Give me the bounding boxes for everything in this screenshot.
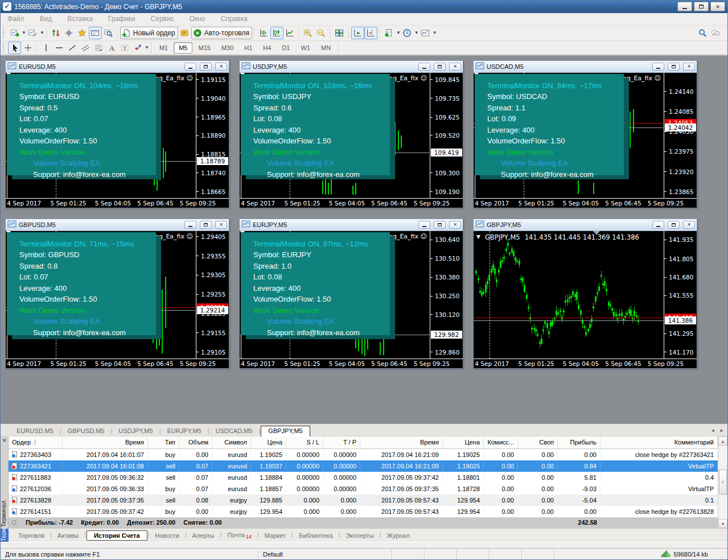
time-axis[interactable]: 4 Sep 20175 Sep 01:255 Sep 04:055 Sep 06… [6, 359, 229, 368]
chart-window-titlebar[interactable]: USDJPY,M5 ✕ [240, 61, 463, 73]
menu-item-вид[interactable]: Вид [40, 15, 52, 23]
history-table-header[interactable]: Ордер/ВремяТипОбъемСимволЦенаS / LT / PВ… [9, 437, 718, 448]
chart-minimize-button[interactable] [418, 63, 430, 71]
terminal-tab-10[interactable]: Журнал [382, 531, 415, 540]
chart-window-titlebar[interactable]: EURJPY,M5 ✕ [240, 219, 463, 231]
templates-dropdown-icon[interactable]: ▼ [433, 30, 437, 35]
chart-area[interactable]: TerminalMonitor ON, 71ms, ~15ms Symbol: … [6, 231, 229, 368]
history-row-227363403[interactable]: 2273634032017.09.04 16:01:07buy0.00eurus… [9, 449, 718, 460]
chart-restore-button[interactable] [434, 221, 446, 229]
terminal-close-icon[interactable]: ✕ [2, 438, 7, 443]
restore-button[interactable] [694, 2, 709, 11]
chart-restore-button[interactable] [200, 63, 212, 71]
timeframe-w1[interactable]: W1 [295, 42, 315, 53]
menu-item-вставка[interactable]: Вставка [67, 15, 93, 23]
chart-window-gbpjpy[interactable]: GBPJPY,M5 ✕ ▼ GBPJPY,M5 141.435 141.445 … [473, 219, 697, 369]
data-window-button[interactable] [63, 27, 76, 39]
history-row-227614151[interactable]: 2276141512017.09.05 09:37:42buy0.00eurjp… [9, 506, 718, 517]
time-axis[interactable]: 4 Sep 20175 Sep 01:255 Sep 04:055 Sep 06… [474, 198, 697, 208]
fibonacci-button[interactable]: F [92, 42, 105, 54]
chart-window-titlebar[interactable]: GBPJPY,M5 ✕ [474, 219, 697, 231]
tabs-scroll-right-icon[interactable]: ► [719, 428, 724, 433]
chart-area[interactable]: TerminalMonitor ON, 103ms, ~16ms Symbol:… [240, 73, 463, 208]
trendline-button[interactable] [65, 42, 79, 54]
menu-item-справка[interactable]: Справка [221, 15, 248, 23]
navigator-button[interactable] [76, 27, 89, 39]
chart-restore-button[interactable] [668, 63, 680, 71]
price-axis[interactable]: 1.294051.293551.293051.292551.292051.291… [196, 231, 229, 359]
chart-restore-button[interactable] [200, 221, 212, 229]
chart-window-titlebar[interactable]: USDCAD,M5 ✕ [474, 61, 697, 73]
toolbar-drag-handle[interactable] [3, 43, 6, 53]
scroll-up-icon[interactable]: ▲ [718, 437, 727, 446]
vertical-line-button[interactable] [39, 42, 52, 54]
column-header-4[interactable]: Символ [212, 437, 251, 448]
chart-area[interactable]: ▼ GBPJPY,M5 141.435 141.445 141.369 141.… [474, 231, 697, 368]
profiles-dropdown-icon[interactable]: ▼ [40, 30, 44, 35]
chat-button[interactable] [709, 27, 722, 39]
chart-plot[interactable]: TerminalMonitor ON, 87ms, ~12ms Symbol: … [240, 231, 429, 359]
timeframe-h1[interactable]: H1 [239, 42, 257, 53]
history-row-227613828[interactable]: 2276138282017.09.05 09:37:35sell0.08eurj… [9, 495, 718, 506]
terminal-tab-7[interactable]: Маркет [260, 531, 291, 540]
column-header-10[interactable]: Комисс... [484, 437, 518, 448]
tile-windows-button[interactable] [333, 27, 346, 39]
terminal-side-strip[interactable]: ✕ Терминал [1, 437, 9, 528]
history-row-227611883[interactable]: 2276118832017.09.05 09:36:32sell0.07euru… [9, 472, 718, 483]
column-header-9[interactable]: Цена [443, 437, 484, 448]
menu-item-графики[interactable]: Графики [108, 15, 135, 23]
timeframe-m15[interactable]: M15 [193, 42, 215, 53]
chart-plot[interactable]: TerminalMonitor ON, 103ms, ~16ms Symbol:… [240, 73, 429, 198]
menu-item-файл[interactable]: Файл [7, 15, 24, 23]
chart-window-usdcad[interactable]: USDCAD,M5 ✕ TerminalMonitor ON, 84ms, ~1… [473, 60, 697, 208]
scroll-down-icon[interactable]: ▼ [718, 519, 727, 528]
strategy-tester-button[interactable] [102, 27, 115, 39]
column-header-3[interactable]: Объем [179, 437, 212, 448]
column-header-11[interactable]: Своп [518, 437, 558, 448]
terminal-tab-2[interactable]: Активы [52, 531, 84, 540]
autotrade-button[interactable]: Авто-торговля [191, 27, 252, 39]
table-scrollbar[interactable]: ▲ ≡ ▼ [718, 437, 727, 528]
column-header-1[interactable]: Время [63, 437, 148, 448]
terminal-tab-1[interactable]: Торговля [13, 531, 50, 540]
chart-window-gbpusd[interactable]: GBPUSD,M5 ✕ TerminalMonitor ON, 71ms, ~1… [5, 219, 229, 369]
menu-item-окно[interactable]: Окно [190, 15, 205, 23]
chart-window-eurjpy[interactable]: EURJPY,M5 ✕ TerminalMonitor ON, 87ms, ~1… [239, 219, 463, 369]
auto-scroll-button[interactable] [351, 27, 364, 39]
time-axis[interactable]: 4 Sep 20175 Sep 01:255 Sep 04:055 Sep 06… [240, 359, 463, 368]
timeframe-m5[interactable]: M5 [174, 42, 192, 53]
time-axis[interactable]: 4 Sep 20175 Sep 01:255 Sep 04:055 Sep 06… [240, 198, 463, 208]
chart-restore-button[interactable] [668, 221, 680, 229]
price-axis[interactable]: 109.845109.735109.625109.520109.300109.1… [430, 73, 463, 198]
metaeditor-button[interactable] [178, 27, 191, 39]
chart-close-button[interactable]: ✕ [449, 63, 461, 71]
terminal-tab-6[interactable]: Почта14 [222, 530, 257, 541]
chart-window-titlebar[interactable]: EURUSD,M5 ✕ [6, 61, 229, 73]
candlestick-button[interactable] [270, 27, 283, 39]
periods-button[interactable] [401, 27, 414, 39]
market-watch-button[interactable] [50, 27, 63, 39]
time-axis[interactable]: 4 Sep 20175 Sep 01:255 Sep 04:055 Sep 06… [6, 198, 229, 208]
timeframe-mn[interactable]: MN [316, 42, 336, 53]
timeframe-m1[interactable]: M1 [154, 42, 173, 53]
templates-button[interactable] [419, 27, 432, 39]
timeframe-d1[interactable]: D1 [277, 42, 295, 53]
periods-dropdown-icon[interactable]: ▼ [414, 30, 419, 35]
new-chart-button[interactable] [8, 27, 21, 39]
line-chart-button[interactable] [283, 27, 297, 39]
chart-minimize-button[interactable] [652, 63, 664, 71]
price-axis[interactable]: 130.640130.510130.380130.250130.120129.8… [430, 231, 463, 359]
crosshair-tool-button[interactable] [21, 42, 34, 54]
column-header-6[interactable]: S / L [286, 437, 323, 448]
chart-window-titlebar[interactable]: GBPUSD,M5 ✕ [6, 219, 229, 231]
timeframe-h4[interactable]: H4 [258, 42, 276, 53]
price-axis[interactable]: 141.935141.805141.680141.555141.295141.1… [664, 231, 697, 359]
terminal-button[interactable] [89, 27, 102, 39]
chart-tab-gbpjpy[interactable]: GBPJPY,M5 [261, 426, 310, 437]
terminal-tab-9[interactable]: Эксперты [341, 531, 379, 540]
chart-minimize-button[interactable] [652, 221, 664, 229]
menu-item-сервис[interactable]: Сервис [151, 15, 174, 23]
chart-tab-eurjpy[interactable]: EURJPY,M5 [162, 426, 207, 436]
search-button[interactable] [696, 27, 709, 39]
arrows-dropdown-icon[interactable]: ▼ [145, 45, 149, 50]
